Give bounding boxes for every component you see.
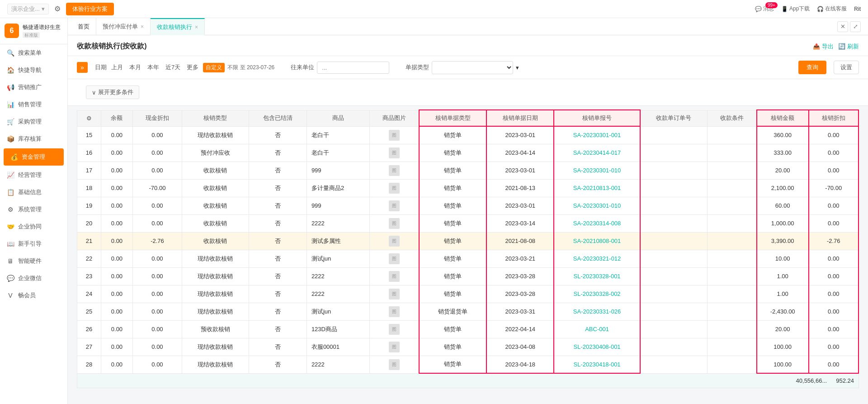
cell-verify-amount: 20.00 bbox=[757, 162, 809, 179]
verify-bill-no-link[interactable]: SA-20210813-001 bbox=[573, 185, 621, 191]
table-row: 180.00-70.00收款核销否多计量商品2图销货单2021-08-13SA-… bbox=[77, 179, 859, 197]
col-settings-header[interactable]: ⚙ bbox=[77, 110, 101, 126]
cell-verify-discount: 0.00 bbox=[809, 338, 859, 356]
cell-verify-bill-no[interactable]: SA-20230301-010 bbox=[554, 162, 640, 179]
cell-balance: 0.00 bbox=[101, 126, 132, 144]
verify-bill-no-link[interactable]: SL-20230418-001 bbox=[574, 361, 621, 368]
cell-verify-amount: 100.00 bbox=[757, 356, 809, 373]
col-verify-discount-header: 核销折扣 bbox=[809, 110, 859, 126]
verify-bill-no-link[interactable]: SA-20230321-012 bbox=[573, 255, 621, 262]
date-more[interactable]: 更多 bbox=[185, 62, 200, 72]
sidebar-item-marketing[interactable]: 📢 营销推广 bbox=[0, 79, 67, 96]
verify-bill-no-link[interactable]: SA-20230301-001 bbox=[573, 132, 621, 138]
sidebar-item-collab[interactable]: 🤝 企业协同 bbox=[0, 218, 67, 235]
sidebar-item-search[interactable]: 🔍 搜索菜单 bbox=[0, 44, 67, 62]
cell-verify-bill-no[interactable]: SA-20210813-001 bbox=[554, 179, 640, 197]
cell-verify-bill-date: 2021-08-13 bbox=[486, 179, 554, 197]
col-verify-type-header: 核销类型 bbox=[182, 110, 249, 126]
cell-verify-bill-date: 2023-04-08 bbox=[486, 338, 554, 356]
verify-bill-no-link[interactable]: SL-20230408-001 bbox=[574, 343, 621, 350]
refresh-button[interactable]: 🔄 刷新 bbox=[838, 43, 859, 51]
sidebar-item-vip[interactable]: V 畅会员 bbox=[0, 287, 67, 304]
cell-cash-discount: 0.00 bbox=[133, 356, 182, 373]
cell-cash-discount: 0.00 bbox=[133, 303, 182, 320]
verify-bill-no-link[interactable]: SA-20230414-017 bbox=[573, 149, 621, 156]
cell-verify-amount: 100.00 bbox=[757, 338, 809, 356]
date-last-month[interactable]: 上月 bbox=[109, 62, 125, 72]
sidebar-item-purchase[interactable]: 🛒 采购管理 bbox=[0, 113, 67, 130]
trend-icon: 📈 bbox=[6, 171, 14, 179]
tab-close-advance[interactable]: × bbox=[141, 24, 144, 30]
table-container[interactable]: ⚙ 余额 现金折扣 核销类型 包含已结清 商品 商品图片 核销单据类型 核销单据… bbox=[68, 106, 868, 404]
industry-solution-button[interactable]: 体验行业方案 bbox=[66, 3, 114, 15]
sidebar-item-system[interactable]: ⚙ 系统管理 bbox=[0, 201, 67, 218]
tab-receipt-verify-label: 收款核销执行 bbox=[157, 23, 192, 31]
cell-receipt-order-no bbox=[640, 338, 707, 356]
sidebar-item-guide[interactable]: 📖 新手引导 bbox=[0, 235, 67, 252]
sidebar-item-finance[interactable]: 💰 资金管理 bbox=[4, 148, 64, 166]
header-actions: 📤 导出 🔄 刷新 bbox=[813, 43, 859, 51]
receipt-type-select[interactable] bbox=[432, 61, 513, 74]
date-this-month[interactable]: 本月 bbox=[127, 62, 143, 72]
tab-home[interactable]: 首页 bbox=[71, 18, 96, 35]
sidebar-item-sales[interactable]: 📊 销售管理 bbox=[0, 96, 67, 113]
tab-close-receipt[interactable]: × bbox=[195, 24, 198, 30]
cell-receipt-order-no bbox=[640, 356, 707, 373]
date-this-year[interactable]: 本年 bbox=[146, 62, 161, 72]
date-custom[interactable]: 自定义 bbox=[203, 63, 225, 72]
app-download-button[interactable]: 📱 App下载 bbox=[781, 5, 810, 13]
filter-expand-button[interactable]: » bbox=[77, 62, 88, 73]
sidebar-item-base-info[interactable]: 📋 基础信息 bbox=[0, 184, 67, 201]
verify-bill-no-link[interactable]: SA-20230301-010 bbox=[573, 167, 621, 174]
user-name[interactable]: Rit bbox=[854, 6, 861, 12]
query-button[interactable]: 查询 bbox=[798, 61, 826, 74]
sidebar-label-marketing: 营销推广 bbox=[18, 83, 42, 91]
cell-verify-bill-no[interactable]: SA-20230314-008 bbox=[554, 214, 640, 232]
sidebar-item-hardware[interactable]: 🖥 智能硬件 bbox=[0, 252, 67, 270]
sidebar-item-operations[interactable]: 📈 经营管理 bbox=[0, 166, 67, 184]
date-7days[interactable]: 近7天 bbox=[164, 62, 182, 72]
sidebar-item-inventory[interactable]: 📦 库存核算 bbox=[0, 130, 67, 147]
cell-verify-bill-no[interactable]: SA-20230301-010 bbox=[554, 197, 640, 214]
logo-icon: 6 bbox=[5, 24, 19, 38]
settings-gear-icon[interactable]: ⚙ bbox=[54, 5, 61, 13]
partner-input[interactable] bbox=[317, 62, 389, 74]
sidebar-item-nav[interactable]: 🏠 快捷导航 bbox=[0, 62, 67, 79]
verify-bill-no-link[interactable]: SL-20230328-002 bbox=[574, 290, 621, 297]
tab-advance-payment[interactable]: 预付冲应付单 × bbox=[96, 18, 151, 35]
tab-bar: 首页 预付冲应付单 × 收款核销执行 × ✕ ⤢ bbox=[68, 18, 868, 35]
cell-verify-bill-no[interactable]: SL-20230418-001 bbox=[554, 356, 640, 373]
online-service-button[interactable]: 🎧 在线客服 bbox=[817, 5, 847, 13]
tab-close-window-button[interactable]: ✕ bbox=[837, 21, 848, 32]
cell-verify-bill-no[interactable]: SA-20210808-001 bbox=[554, 232, 640, 250]
verify-bill-no-link[interactable]: SA-20210808-001 bbox=[573, 238, 621, 244]
cell-verify-discount: 0.00 bbox=[809, 320, 859, 338]
sidebar-item-wechat[interactable]: 💬 企业微信 bbox=[0, 270, 67, 287]
verify-bill-no-link[interactable]: SL-20230328-001 bbox=[574, 273, 621, 280]
cell-verify-bill-no[interactable]: SA-20230331-026 bbox=[554, 303, 640, 320]
cell-verify-bill-no[interactable]: SL-20230408-001 bbox=[554, 338, 640, 356]
cell-goods: 2222 bbox=[307, 285, 369, 303]
cell-verify-bill-no[interactable]: SA-20230321-012 bbox=[554, 250, 640, 267]
setting-button[interactable]: 设置 bbox=[834, 61, 859, 74]
tab-receipt-verify[interactable]: 收款核销执行 × bbox=[151, 18, 205, 35]
cell-verify-bill-no[interactable]: ABC-001 bbox=[554, 320, 640, 338]
verify-bill-no-link[interactable]: ABC-001 bbox=[585, 326, 609, 333]
company-selector[interactable]: 演示企业... ▾ bbox=[7, 4, 49, 14]
cell-verify-bill-date: 2023-03-01 bbox=[486, 126, 554, 144]
cell-verify-bill-no[interactable]: SL-20230328-002 bbox=[554, 285, 640, 303]
header-left: 演示企业... ▾ ⚙ 体验行业方案 bbox=[7, 3, 114, 15]
tab-maximize-button[interactable]: ⤢ bbox=[850, 21, 861, 32]
verify-bill-no-link[interactable]: SA-20230331-026 bbox=[573, 308, 621, 315]
cell-goods: 测试多属性 bbox=[307, 232, 369, 250]
notification-button[interactable]: 💬 消息 99+ bbox=[755, 5, 774, 13]
cell-verify-bill-no[interactable]: SL-20230328-001 bbox=[554, 267, 640, 285]
cell-verify-bill-no[interactable]: SA-20230414-017 bbox=[554, 144, 640, 162]
partner-filter-label: 往来单位 bbox=[291, 63, 314, 71]
verify-bill-no-link[interactable]: SA-20230314-008 bbox=[573, 220, 621, 227]
export-button[interactable]: 📤 导出 bbox=[813, 43, 834, 51]
verify-bill-no-link[interactable]: SA-20230301-010 bbox=[573, 202, 621, 209]
expand-more-button[interactable]: ∨ 展开更多条件 bbox=[86, 86, 139, 99]
cell-verify-bill-date: 2021-08-08 bbox=[486, 232, 554, 250]
cell-verify-bill-no[interactable]: SA-20230301-001 bbox=[554, 126, 640, 144]
